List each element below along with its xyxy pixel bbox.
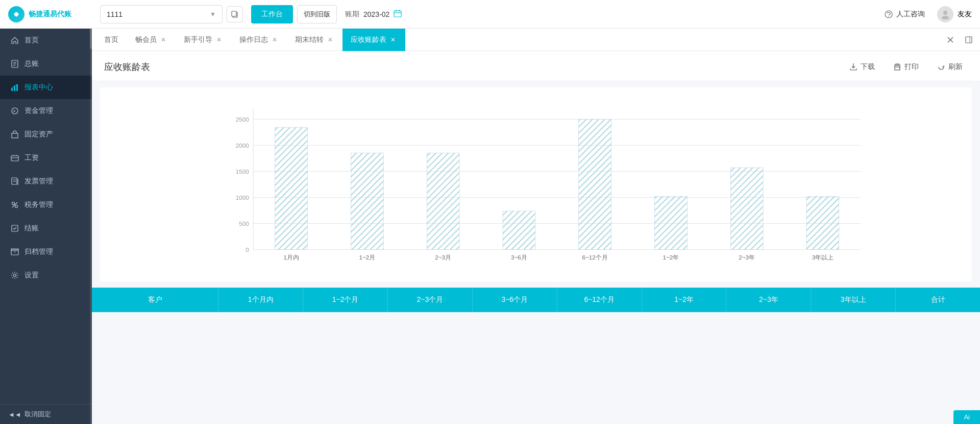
tax-icon bbox=[10, 200, 19, 209]
consult-button[interactable]: 人工咨询 bbox=[884, 10, 925, 19]
svg-text:3~6月: 3~6月 bbox=[511, 254, 527, 261]
sidebar-item-invoice[interactable]: 发票管理 bbox=[0, 170, 92, 193]
tab-member-close[interactable]: ✕ bbox=[160, 35, 167, 44]
sidebar-label-archive: 归档管理 bbox=[24, 247, 53, 256]
svg-text:2500: 2500 bbox=[236, 116, 249, 123]
dropdown-icon: ▼ bbox=[210, 11, 216, 18]
svg-point-8 bbox=[943, 11, 947, 15]
sidebar-item-checkout[interactable]: 结账 bbox=[0, 217, 92, 240]
table-header: 客户 1个月内 1~2个月 2~3个月 3~6个月 6~12个月 bbox=[92, 288, 980, 312]
tab-guide-label: 新手引导 bbox=[184, 35, 212, 44]
tab-guide-close[interactable]: ✕ bbox=[215, 35, 223, 44]
top-header: 畅捷通易代账 1111 ▼ 工作台 切到旧版 账期 2023-02 bbox=[0, 0, 980, 29]
main-layout: 首页 总账 报表中心 bbox=[0, 29, 980, 424]
sidebar-label-settings: 设置 bbox=[24, 271, 39, 280]
workbench-button[interactable]: 工作台 bbox=[251, 5, 293, 23]
tab-bar: 首页 畅会员 ✕ 新手引导 ✕ 操作日志 ✕ 期末结转 ✕ 应收账龄表 ✕ bbox=[92, 29, 980, 51]
pin-left-icon: ◄◄ bbox=[8, 411, 21, 418]
sidebar-label-assets: 固定资产 bbox=[24, 130, 53, 139]
calendar-icon[interactable] bbox=[394, 9, 402, 19]
page-actions: 下载 打印 bbox=[844, 59, 968, 75]
svg-rect-40 bbox=[895, 67, 900, 70]
svg-rect-63 bbox=[503, 211, 535, 249]
salary-icon bbox=[10, 153, 19, 162]
svg-text:1000: 1000 bbox=[236, 194, 249, 201]
tab-oplog[interactable]: 操作日志 ✕ bbox=[231, 29, 287, 51]
svg-rect-31 bbox=[12, 225, 18, 231]
refresh-label: 刷新 bbox=[948, 62, 963, 72]
sidebar-label-ledger: 总账 bbox=[24, 59, 39, 68]
sidebar-item-ledger[interactable]: 总账 bbox=[0, 52, 92, 76]
content-area: 首页 畅会员 ✕ 新手引导 ✕ 操作日志 ✕ 期末结转 ✕ 应收账龄表 ✕ bbox=[92, 29, 980, 424]
ai-banner[interactable]: Ai bbox=[953, 410, 980, 424]
sidebar-item-reports[interactable]: 报表中心 bbox=[0, 76, 92, 99]
company-name: 1111 bbox=[107, 10, 206, 18]
download-button[interactable]: 下载 bbox=[844, 59, 880, 75]
tab-period-end[interactable]: 期末结转 ✕ bbox=[287, 29, 342, 51]
company-selector[interactable]: 1111 ▼ bbox=[100, 5, 223, 23]
svg-rect-71 bbox=[806, 196, 839, 249]
tab-ar-aging-label: 应收账龄表 bbox=[351, 35, 386, 44]
svg-rect-1 bbox=[232, 11, 236, 16]
svg-text:500: 500 bbox=[239, 220, 249, 227]
sidebar-item-assets[interactable]: 固定资产 bbox=[0, 123, 92, 146]
col-1-2month: 1~2个月 bbox=[303, 288, 388, 312]
tab-guide[interactable]: 新手引导 ✕ bbox=[176, 29, 231, 51]
tab-ar-aging-close[interactable]: ✕ bbox=[389, 35, 397, 44]
period-label: 账期 bbox=[345, 10, 359, 19]
tab-oplog-label: 操作日志 bbox=[239, 35, 268, 44]
user-name: 友友 bbox=[958, 10, 972, 19]
funds-icon: ¥ bbox=[10, 106, 19, 115]
svg-text:¥: ¥ bbox=[13, 109, 15, 113]
print-button[interactable]: 打印 bbox=[888, 59, 924, 75]
svg-point-29 bbox=[15, 205, 18, 208]
sidebar-label-reports: 报表中心 bbox=[24, 83, 53, 92]
sidebar-label-tax: 税务管理 bbox=[24, 200, 53, 209]
copy-button[interactable] bbox=[227, 6, 243, 22]
col-customer: 客户 bbox=[92, 288, 218, 312]
consult-label: 人工咨询 bbox=[896, 10, 925, 19]
sidebar-item-home[interactable]: 首页 bbox=[0, 29, 92, 52]
svg-text:1500: 1500 bbox=[236, 168, 249, 175]
tab-ar-aging[interactable]: 应收账龄表 ✕ bbox=[342, 29, 405, 51]
sidebar-label-checkout: 结账 bbox=[24, 224, 39, 233]
svg-text:1月内: 1月内 bbox=[283, 254, 299, 261]
sidebar-item-tax[interactable]: 税务管理 bbox=[0, 193, 92, 217]
user-area[interactable]: 友友 bbox=[937, 6, 972, 22]
tab-home[interactable]: 首页 bbox=[96, 29, 127, 51]
col-1month: 1个月内 bbox=[218, 288, 303, 312]
svg-rect-67 bbox=[655, 196, 688, 249]
ai-label: Ai bbox=[964, 413, 970, 421]
tab-close-all-button[interactable] bbox=[943, 33, 958, 47]
tab-maximize-button[interactable] bbox=[962, 33, 976, 47]
svg-point-7 bbox=[888, 16, 889, 17]
tab-period-end-close[interactable]: ✕ bbox=[327, 35, 334, 44]
cancel-fixed-button[interactable]: ◄◄ 取消固定 bbox=[0, 404, 92, 424]
assets-icon bbox=[10, 130, 19, 139]
tab-period-end-label: 期末结转 bbox=[295, 35, 324, 44]
settings-icon bbox=[10, 271, 19, 280]
tab-member-label: 畅会员 bbox=[135, 35, 157, 44]
sidebar-item-archive[interactable]: 归档管理 bbox=[0, 240, 92, 264]
svg-point-9 bbox=[942, 16, 949, 19]
tab-oplog-close[interactable]: ✕ bbox=[271, 35, 278, 44]
switch-version-button[interactable]: 切到旧版 bbox=[297, 5, 337, 23]
print-label: 打印 bbox=[904, 62, 919, 72]
refresh-button[interactable]: 刷新 bbox=[932, 59, 968, 75]
col-2-3month: 2~3个月 bbox=[388, 288, 473, 312]
sidebar-label-funds: 资金管理 bbox=[24, 106, 53, 115]
svg-point-42 bbox=[899, 67, 900, 68]
col-1-2year: 1~2年 bbox=[642, 288, 727, 312]
sidebar-item-salary[interactable]: 工资 bbox=[0, 146, 92, 170]
sidebar-item-settings[interactable]: 设置 bbox=[0, 264, 92, 287]
svg-rect-14 bbox=[11, 88, 13, 91]
svg-rect-69 bbox=[730, 168, 763, 249]
svg-text:0: 0 bbox=[246, 246, 249, 253]
page-header: 应收账龄表 下载 bbox=[92, 51, 980, 81]
tab-member[interactable]: 畅会员 ✕ bbox=[127, 29, 176, 51]
header-right: 人工咨询 友友 bbox=[884, 6, 972, 22]
col-total: 合计 bbox=[896, 288, 980, 312]
logo-area: 畅捷通易代账 bbox=[8, 6, 100, 22]
svg-point-28 bbox=[12, 202, 15, 205]
sidebar-item-funds[interactable]: ¥ 资金管理 bbox=[0, 99, 92, 123]
